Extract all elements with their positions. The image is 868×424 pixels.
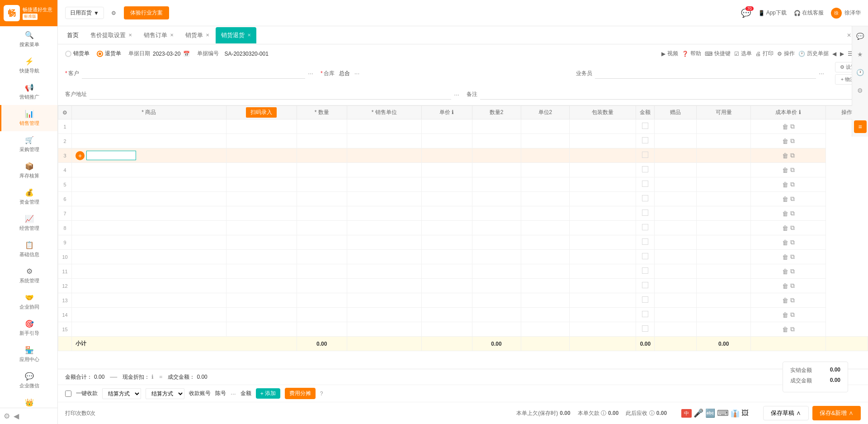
app-download-link[interactable]: 📱 App下载 — [758, 9, 787, 17]
copy-row-btn[interactable]: ⧉ — [790, 195, 795, 203]
sidebar-item-11[interactable]: 🎯新手引导 — [0, 315, 57, 341]
delete-row-btn[interactable]: 🗑 — [782, 210, 788, 217]
shortcuts-btn[interactable]: ⌨ 快捷键 — [705, 50, 731, 57]
right-icon-message[interactable]: 💬 — [854, 30, 867, 43]
save-new-btn[interactable]: 保存&新增 ∧ — [812, 406, 861, 420]
copy-row-btn[interactable]: ⧉ — [790, 166, 795, 174]
gift-checkbox[interactable] — [642, 325, 648, 332]
account-method-select[interactable]: 结算方式 — [102, 388, 141, 399]
select-btn[interactable]: ☑ 选单 — [734, 50, 752, 57]
salesperson-input[interactable] — [595, 68, 816, 79]
tab-home[interactable]: 首页 — [61, 27, 84, 43]
customer-more-icon[interactable]: ··· — [308, 70, 313, 77]
customer-input[interactable] — [82, 68, 306, 79]
th-scan[interactable]: 扫码录入 — [226, 106, 297, 119]
tab-close-sales[interactable]: ✕ — [206, 33, 209, 38]
online-service-link[interactable]: 🎧 在线客服 — [794, 9, 824, 17]
delete-row-btn[interactable]: 🗑 — [782, 253, 788, 261]
sidebar-item-3[interactable]: 📊销售管理 — [0, 105, 57, 131]
delete-row-btn[interactable]: 🗑 — [782, 311, 788, 319]
header-gear-button[interactable]: ⚙ — [108, 7, 120, 19]
sidebar-item-8[interactable]: 📋基础信息 — [0, 236, 57, 262]
copy-row-btn[interactable]: ⧉ — [790, 238, 795, 246]
delete-row-btn[interactable]: 🗑 — [782, 297, 788, 304]
right-icon-history[interactable]: 🕐 — [854, 66, 867, 79]
gift-checkbox[interactable] — [642, 311, 648, 317]
delete-row-btn[interactable]: 🗑 — [782, 282, 788, 290]
copy-row-btn[interactable]: ⧉ — [790, 137, 795, 145]
sidebar-item-5[interactable]: 📦库存核算 — [0, 157, 57, 184]
add-fee-btn[interactable]: + 添加 — [256, 388, 280, 399]
save-draft-btn[interactable]: 保存草稿 ∧ — [763, 406, 809, 420]
remark-input[interactable] — [480, 89, 861, 100]
sidebar-item-10[interactable]: 🤝企业协同 — [0, 289, 57, 315]
fee-help-icon[interactable]: ? — [320, 391, 323, 397]
th-settings[interactable]: ⚙ — [58, 106, 72, 119]
next-record-btn[interactable]: ▶ — [840, 51, 844, 57]
message-icon[interactable]: 💬 70 — [741, 8, 751, 18]
account-more-icon[interactable]: ··· — [231, 390, 236, 397]
delete-row-btn[interactable]: 🗑 — [782, 224, 788, 232]
copy-row-btn[interactable]: ⧉ — [790, 282, 795, 290]
fee-split-btn[interactable]: 费用分摊 — [285, 388, 316, 399]
tab-sales-return[interactable]: 销货退货 ✕ — [216, 27, 256, 43]
gift-checkbox[interactable] — [642, 267, 648, 274]
sidebar-item-13[interactable]: 💬企业微信 — [0, 367, 57, 394]
radio-return[interactable]: 退货单 — [97, 50, 121, 57]
copy-row-btn[interactable]: ⧉ — [790, 123, 795, 130]
gift-checkbox[interactable] — [642, 181, 648, 187]
gift-checkbox[interactable] — [642, 210, 648, 216]
tab-sales-order[interactable]: 销售订单 ✕ — [138, 27, 179, 43]
sidebar-item-0[interactable]: 🔍搜索菜单 — [0, 26, 57, 52]
daily-goods-select[interactable]: 日用百货 ▼ — [65, 7, 104, 19]
copy-row-btn[interactable]: ⧉ — [790, 152, 795, 159]
sidebar-item-9[interactable]: ⚙系统管理 — [0, 262, 57, 289]
delete-row-btn[interactable]: 🗑 — [782, 195, 788, 203]
delete-row-btn[interactable]: 🗑 — [782, 167, 788, 174]
calendar-icon[interactable]: 📅 — [183, 51, 190, 57]
gift-checkbox[interactable] — [642, 123, 648, 129]
tab-price-setting[interactable]: 售价提取设置 ✕ — [85, 27, 137, 43]
video-btn[interactable]: ▶ 视频 — [661, 50, 678, 57]
tab-close-price[interactable]: ✕ — [128, 33, 132, 38]
delete-row-btn[interactable]: 🗑 — [782, 181, 788, 188]
tab-close-return[interactable]: ✕ — [247, 33, 251, 38]
copy-row-btn[interactable]: ⧉ — [790, 253, 795, 261]
salesperson-more-icon[interactable]: ··· — [819, 70, 824, 77]
sidebar-item-2[interactable]: 📢营销推广 — [0, 79, 57, 105]
sidebar-item-1[interactable]: ⚡快捷导航 — [0, 52, 57, 79]
print-btn[interactable]: 🖨 打印 — [755, 50, 774, 57]
gift-checkbox[interactable] — [642, 296, 648, 303]
sidebar-item-7[interactable]: 📈经营管理 — [0, 210, 57, 236]
scan-enter-btn[interactable]: 扫码录入 — [246, 107, 277, 118]
copy-row-btn[interactable]: ⧉ — [790, 296, 795, 304]
copy-row-btn[interactable]: ⧉ — [790, 325, 795, 333]
history-btn[interactable]: 🕐 历史单据 — [798, 50, 829, 57]
gift-checkbox[interactable] — [642, 195, 648, 201]
address-input[interactable] — [90, 89, 451, 100]
delete-row-btn[interactable]: 🗑 — [782, 268, 788, 275]
gift-checkbox[interactable] — [642, 137, 648, 143]
delete-row-btn[interactable]: 🗑 — [782, 152, 788, 159]
sidebar-item-4[interactable]: 🛒采购管理 — [0, 131, 57, 157]
gift-checkbox[interactable] — [642, 224, 648, 230]
tab-sales[interactable]: 销货单 ✕ — [180, 27, 215, 43]
address-more-icon[interactable]: ··· — [454, 91, 459, 98]
experience-button[interactable]: 体验行业方案 — [124, 6, 169, 19]
right-icon-active[interactable]: ≡ — [854, 120, 867, 133]
gift-checkbox[interactable] — [642, 253, 648, 259]
radio-sales[interactable]: 销货单 — [65, 50, 90, 57]
product-input[interactable] — [86, 151, 136, 160]
discount-info-icon[interactable]: ℹ — [151, 374, 154, 380]
right-icon-star[interactable]: ★ — [854, 48, 867, 61]
calc-method-select[interactable]: 结算方式 — [146, 388, 184, 399]
add-row-btn[interactable]: + — [75, 151, 85, 160]
gift-checkbox[interactable] — [642, 152, 648, 158]
user-profile[interactable]: 徐 徐泽华 — [831, 8, 861, 19]
delete-row-btn[interactable]: 🗑 — [782, 123, 788, 130]
gift-checkbox[interactable] — [642, 282, 648, 288]
table-scroll[interactable]: ⚙ * 商品 扫码录入 * 数量 * 销售单位 单价 ℹ 数量2 单位2 包装数… — [58, 105, 868, 369]
sidebar-item-14[interactable]: 👑畅会员 — [0, 394, 57, 408]
delete-row-btn[interactable]: 🗑 — [782, 138, 788, 145]
gift-checkbox[interactable] — [642, 238, 648, 245]
